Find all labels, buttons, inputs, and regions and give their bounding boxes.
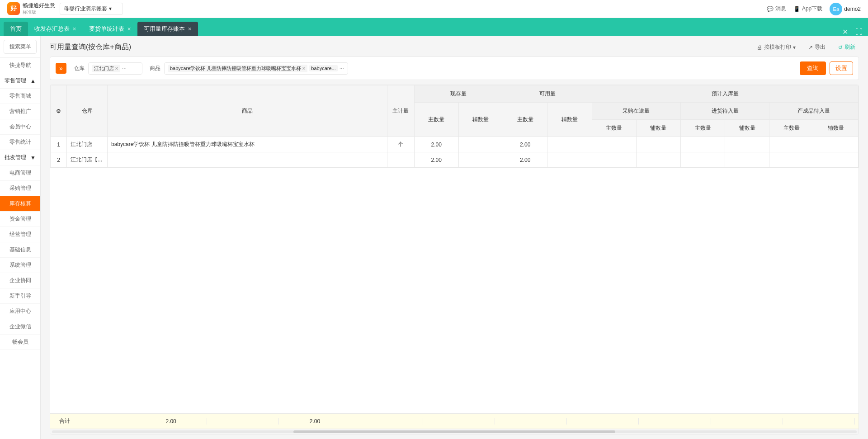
td-stock-main-0: 2.00 bbox=[414, 137, 458, 152]
refresh-btn[interactable]: ↺ 刷新 bbox=[835, 42, 859, 53]
arrow-up-icon: ▲ bbox=[30, 78, 36, 84]
sidebar: 搜索菜单 快捷导航 零售管理 ▲ 零售商城 营销推广 会员中心 零售统计 批发管… bbox=[0, 36, 41, 439]
td-stock-aux-0 bbox=[458, 137, 503, 152]
td-pur-main-1 bbox=[592, 152, 636, 168]
th-warehouse: 仓库 bbox=[67, 85, 108, 137]
tab-home[interactable]: 首页 bbox=[4, 22, 28, 36]
page-title: 可用量查询(按仓库+商品) bbox=[50, 42, 131, 52]
message-label: 消息 bbox=[775, 5, 786, 13]
close-window-btn[interactable]: ✕ bbox=[840, 28, 850, 36]
tab-order[interactable]: 要货单统计表 ✕ bbox=[83, 22, 137, 36]
footer-in-aux bbox=[639, 418, 711, 425]
logo-icon: 好 bbox=[7, 2, 20, 15]
footer-cells: 2.00 2.00 bbox=[135, 418, 855, 425]
th-stock-main: 主数量 bbox=[414, 103, 458, 137]
table-footer: 合计 2.00 2.00 bbox=[50, 413, 859, 429]
quick-nav-label: 快捷导航 bbox=[9, 61, 31, 69]
product-tag-1-close[interactable]: ✕ bbox=[302, 66, 306, 71]
sidebar-item-member2[interactable]: 畅会员 bbox=[0, 335, 40, 350]
td-avail-main-1: 2.00 bbox=[503, 152, 547, 168]
operations-label: 经营管理 bbox=[9, 231, 31, 238]
export-btn[interactable]: ↗ 导出 bbox=[805, 42, 829, 53]
close-receive-tab[interactable]: ✕ bbox=[72, 26, 76, 32]
sidebar-item-retail-mgmt[interactable]: 零售管理 ▲ bbox=[0, 73, 40, 89]
sidebar-item-basic[interactable]: 基础信息 bbox=[0, 242, 40, 258]
warehouse-filter-more[interactable]: ··· bbox=[122, 65, 127, 71]
sidebar-item-purchase[interactable]: 采购管理 bbox=[0, 181, 40, 196]
th-avail-main: 主数量 bbox=[503, 103, 547, 137]
td-no-0: 1 bbox=[51, 137, 67, 152]
sidebar-item-system[interactable]: 系统管理 bbox=[0, 258, 40, 273]
industry-select[interactable]: 母婴行业演示账套 ▾ bbox=[60, 3, 123, 15]
sidebar-item-member[interactable]: 会员中心 bbox=[0, 119, 40, 135]
sidebar-item-app-center[interactable]: 应用中心 bbox=[0, 304, 40, 319]
td-pur-aux-1 bbox=[636, 152, 680, 168]
refresh-label: 刷新 bbox=[844, 43, 855, 51]
sidebar-item-retail-stat[interactable]: 零售统计 bbox=[0, 135, 40, 150]
message-action[interactable]: 💬 消息 bbox=[767, 5, 786, 13]
guide-label: 新手引导 bbox=[9, 292, 31, 300]
th-avail-aux: 辅数量 bbox=[547, 103, 592, 137]
page-actions: 🖨 按模板打印 ▾ ↗ 导出 ↺ 刷新 bbox=[753, 42, 859, 53]
top-bar-right: 💬 消息 📱 App下载 Ea demo2 bbox=[767, 3, 861, 15]
product-filter-more[interactable]: ··· bbox=[340, 65, 344, 71]
tab-receive[interactable]: 收发存汇总表 ✕ bbox=[28, 22, 83, 36]
download-action[interactable]: 📱 App下载 bbox=[793, 5, 822, 13]
print-icon: 🖨 bbox=[757, 44, 762, 51]
product-tag-1: babycare学饮杯 儿童防摔防撞吸管杯重力球吸嘴杯宝宝水杯 ✕ bbox=[168, 65, 307, 72]
td-avail-aux-1 bbox=[547, 152, 592, 168]
sidebar-item-guide[interactable]: 新手引导 bbox=[0, 288, 40, 304]
sidebar-item-finance[interactable]: 资金管理 bbox=[0, 212, 40, 227]
filter-expand-btn[interactable]: » bbox=[56, 63, 66, 74]
export-label: 导出 bbox=[815, 43, 826, 51]
warehouse-filter-input[interactable]: 江北门店 ✕ ··· bbox=[88, 62, 142, 75]
close-order-tab[interactable]: ✕ bbox=[127, 26, 131, 32]
member2-label: 畅会员 bbox=[12, 338, 28, 346]
th-available-group: 可用量 bbox=[503, 85, 592, 103]
th-prod-aux: 辅数量 bbox=[814, 120, 858, 137]
td-in-main-0 bbox=[680, 137, 725, 152]
sidebar-item-retail-store[interactable]: 零售商城 bbox=[0, 89, 40, 104]
logo-text: 畅捷通好生意 bbox=[23, 2, 55, 9]
sidebar-item-operations[interactable]: 经营管理 bbox=[0, 227, 40, 242]
warehouse-tag: 江北门店 ✕ bbox=[92, 65, 120, 72]
system-label: 系统管理 bbox=[9, 261, 31, 269]
print-btn[interactable]: 🖨 按模板打印 ▾ bbox=[753, 42, 799, 53]
sidebar-item-marketing[interactable]: 营销推广 bbox=[0, 104, 40, 119]
sidebar-item-inventory[interactable]: 库存核算 bbox=[0, 196, 40, 212]
search-menu-button[interactable]: 搜索菜单 bbox=[4, 40, 37, 54]
finance-label: 资金管理 bbox=[9, 215, 31, 223]
th-purchase-group: 采购在途量 bbox=[592, 103, 680, 120]
tab-available[interactable]: 可用量库存账本 ✕ bbox=[137, 22, 198, 36]
th-inbound-group: 进货待入量 bbox=[680, 103, 769, 120]
product-filter-input[interactable]: babycare学饮杯 儿童防摔防撞吸管杯重力球吸嘴杯宝宝水杯 ✕ babyca… bbox=[164, 62, 348, 75]
sidebar-item-ecommerce[interactable]: 电商管理 bbox=[0, 165, 40, 181]
sidebar-item-quick-nav[interactable]: 快捷导航 bbox=[0, 58, 40, 73]
nav-tab-end: ✕ ⛶ bbox=[840, 28, 864, 36]
sidebar-item-enterprise[interactable]: 企业协同 bbox=[0, 273, 40, 288]
receive-tab-label: 收发存汇总表 bbox=[34, 25, 70, 33]
sidebar-item-enterprise-wechat[interactable]: 企业微信 bbox=[0, 319, 40, 335]
td-pur-main-0 bbox=[592, 137, 636, 152]
table-scrollbar[interactable] bbox=[50, 429, 859, 434]
basic-label: 基础信息 bbox=[9, 246, 31, 254]
warehouse-filter-label: 仓库 bbox=[74, 65, 85, 72]
product-filter-group: 商品 babycare学饮杯 儿童防摔防撞吸管杯重力球吸嘴杯宝宝水杯 ✕ bab… bbox=[150, 62, 348, 75]
close-available-tab[interactable]: ✕ bbox=[188, 26, 192, 32]
sidebar-item-wholesale-mgmt[interactable]: 批发管理 ▼ bbox=[0, 150, 40, 165]
refresh-icon: ↺ bbox=[838, 44, 843, 51]
gear-icon[interactable]: ⚙ bbox=[56, 108, 61, 114]
query-button[interactable]: 查询 bbox=[800, 61, 826, 75]
phone-icon: 📱 bbox=[793, 6, 800, 12]
product-tag-2-text: babycare... bbox=[311, 66, 335, 71]
scroll-thumb[interactable] bbox=[293, 430, 615, 433]
th-pur-main: 主数量 bbox=[592, 120, 636, 137]
user-area[interactable]: Ea demo2 bbox=[830, 3, 861, 15]
maximize-window-btn[interactable]: ⛶ bbox=[854, 28, 864, 36]
top-bar: 好 畅捷通好生意 标准版 母婴行业演示账套 ▾ 💬 消息 📱 App下载 Ea … bbox=[0, 0, 868, 18]
warehouse-filter-group: 仓库 江北门店 ✕ ··· bbox=[74, 62, 142, 75]
avatar: Ea bbox=[830, 3, 842, 15]
warehouse-tag-close[interactable]: ✕ bbox=[115, 66, 118, 71]
content-area: 可用量查询(按仓库+商品) 🖨 按模板打印 ▾ ↗ 导出 ↺ 刷新 » bbox=[41, 36, 868, 439]
settings-button[interactable]: 设置 bbox=[830, 61, 853, 75]
